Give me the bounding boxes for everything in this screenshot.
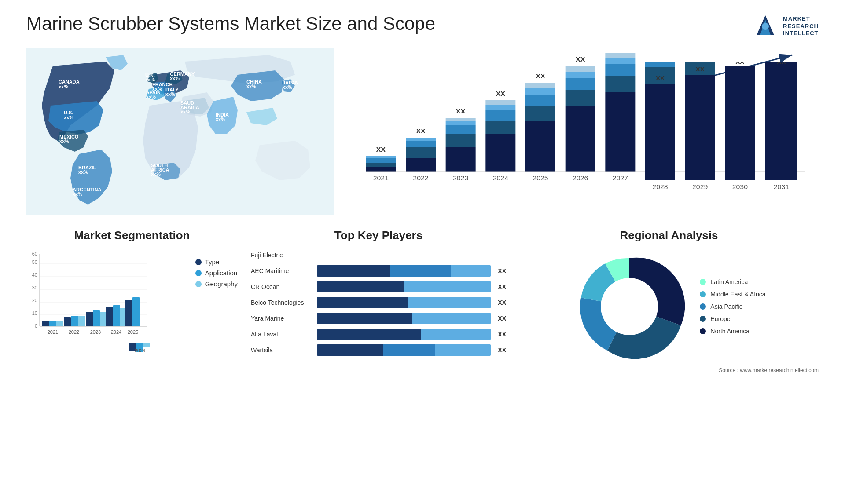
segmentation-container: Market Segmentation 0 10 20 30 40: [26, 229, 238, 373]
svg-text:40: 40: [32, 272, 37, 278]
key-players-title: Top Key Players: [251, 229, 506, 242]
svg-text:2031: 2031: [774, 183, 789, 190]
svg-text:xx%: xx%: [165, 91, 175, 97]
source-text: Source : www.marketresearchintellect.com: [519, 367, 819, 373]
svg-text:2030: 2030: [732, 183, 748, 190]
player-name-yara: Yara Marine: [251, 315, 312, 322]
player-name-fuji: Fuji Electric: [251, 252, 312, 259]
player-name-belco: Belco Technologies: [251, 299, 312, 306]
top-section: CANADA xx% U.S. xx% MEXICO xx% BRAZIL xx…: [26, 48, 819, 215]
svg-text:2022: 2022: [69, 329, 79, 335]
player-row-fuji: Fuji Electric: [251, 249, 506, 261]
player-name-alfa: Alfa Laval: [251, 331, 312, 338]
player-row-aec: AEC Maritime XX: [251, 265, 506, 277]
reg-label-latin: Latin America: [710, 278, 748, 285]
player-row-yara: Yara Marine XX: [251, 313, 506, 324]
svg-text:50: 50: [32, 259, 37, 265]
svg-text:20: 20: [32, 298, 37, 303]
regional-legend: Latin America Middle East & Africa Asia …: [700, 278, 765, 335]
svg-rect-76: [605, 53, 635, 58]
legend-geography: Geography: [195, 280, 238, 288]
svg-text:xx%: xx%: [170, 76, 180, 81]
svg-text:60: 60: [32, 251, 37, 256]
svg-rect-122: [86, 312, 93, 326]
reg-legend-latin: Latin America: [700, 278, 765, 285]
player-bar-aec: [317, 265, 491, 277]
svg-text:xx%: xx%: [151, 172, 161, 177]
player-name-aec: AEC Maritime: [251, 267, 312, 274]
reg-label-apac: Asia Pacific: [710, 303, 742, 310]
seg-legend: Type Application Geography: [195, 258, 238, 358]
legend-dot-application: [195, 270, 202, 276]
svg-text:xx%: xx%: [283, 84, 292, 90]
svg-rect-114: [42, 321, 49, 326]
svg-text:XX: XX: [696, 66, 705, 73]
svg-text:2029: 2029: [692, 183, 708, 190]
svg-text:10: 10: [32, 310, 37, 316]
reg-legend-apac: Asia Pacific: [700, 303, 765, 310]
segmentation-title: Market Segmentation: [26, 229, 238, 242]
player-val-alfa: XX: [498, 331, 506, 338]
svg-rect-135: [143, 343, 150, 347]
player-bar-belco: [317, 297, 491, 308]
reg-dot-europe: [700, 316, 706, 322]
header: Marine Scrubber Systems Market Size and …: [26, 13, 819, 40]
svg-text:2023: 2023: [90, 329, 101, 335]
svg-rect-94: [765, 62, 797, 180]
player-bar-alfa: [317, 329, 491, 340]
donut-chart: [572, 249, 687, 364]
logo-icon: [752, 13, 779, 40]
svg-text:2028: 2028: [652, 183, 668, 190]
key-players-container: Top Key Players Fuji Electric AEC Mariti…: [251, 229, 506, 373]
svg-text:30: 30: [32, 285, 37, 290]
svg-text:xx%: xx%: [146, 94, 156, 99]
map-container: CANADA xx% U.S. xx% MEXICO xx% BRAZIL xx…: [26, 48, 334, 215]
svg-text:2024: 2024: [111, 329, 121, 335]
reg-label-northamerica: North America: [710, 328, 749, 335]
legend-application: Application: [195, 269, 238, 277]
reg-label-europe: Europe: [710, 315, 730, 322]
svg-rect-130: [125, 300, 132, 326]
reg-legend-europe: Europe: [700, 315, 765, 322]
svg-text:XX: XX: [736, 62, 745, 65]
player-name-crocean: CR Ocean: [251, 283, 312, 290]
svg-rect-92: [725, 66, 755, 180]
svg-text:2021: 2021: [48, 329, 58, 335]
reg-dot-northamerica: [700, 328, 706, 334]
svg-rect-115: [49, 321, 56, 326]
svg-text:xx%: xx%: [73, 191, 82, 197]
svg-rect-124: [100, 312, 107, 326]
player-bar-wartsila: [317, 344, 491, 356]
reg-dot-apac: [700, 303, 706, 310]
player-row-belco: Belco Technologies XX: [251, 297, 506, 308]
page-title: Marine Scrubber Systems Market Size and …: [26, 13, 435, 34]
legend-type: Type: [195, 258, 238, 266]
svg-rect-87: [645, 62, 675, 67]
svg-text:xx%: xx%: [64, 115, 73, 120]
player-bar-crocean: [317, 281, 491, 292]
svg-text:2026: 2026: [135, 348, 145, 353]
reg-dot-latin: [700, 279, 706, 285]
segmentation-svg: 0 10 20 30 40 50 60: [26, 249, 150, 346]
svg-rect-116: [56, 321, 63, 326]
svg-rect-85: [645, 84, 675, 180]
svg-text:xx%: xx%: [59, 84, 68, 89]
player-name-wartsila: Wartsila: [251, 347, 312, 354]
player-row-crocean: CR Ocean XX: [251, 281, 506, 292]
player-row-alfa: Alfa Laval XX: [251, 329, 506, 340]
svg-text:2025: 2025: [128, 329, 138, 335]
svg-rect-131: [132, 297, 140, 326]
player-val-yara: XX: [498, 315, 506, 322]
svg-point-137: [601, 278, 658, 335]
regional-content: Latin America Middle East & Africa Asia …: [519, 249, 819, 364]
svg-text:xx%: xx%: [216, 117, 225, 122]
svg-rect-120: [78, 316, 85, 326]
svg-rect-126: [106, 307, 113, 326]
reg-legend-northamerica: North America: [700, 328, 765, 335]
regional-title: Regional Analysis: [519, 229, 819, 242]
svg-rect-119: [71, 316, 78, 326]
svg-text:xx%: xx%: [78, 169, 88, 175]
player-val-wartsila: XX: [498, 347, 506, 354]
page-container: Marine Scrubber Systems Market Size and …: [0, 0, 845, 504]
world-map: CANADA xx% U.S. xx% MEXICO xx% BRAZIL xx…: [26, 48, 334, 215]
